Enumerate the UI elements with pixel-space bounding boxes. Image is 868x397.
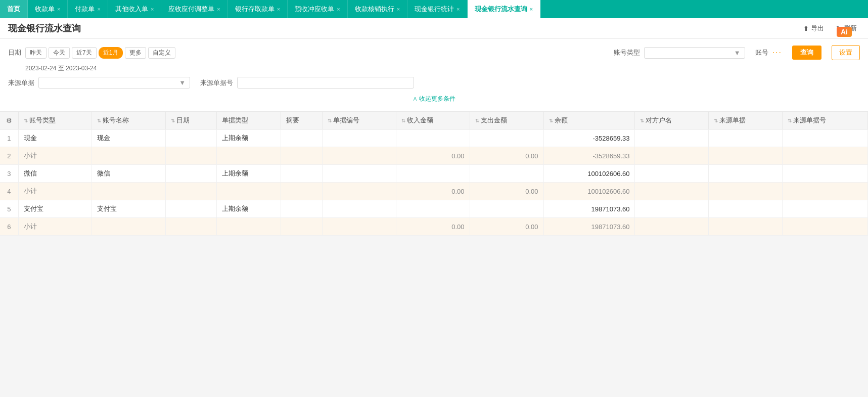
cell-account-type: 微信 <box>18 165 92 183</box>
page-title: 现金银行流水查询 <box>8 22 81 34</box>
cell-account-type: 现金 <box>18 129 92 147</box>
cell-counterpart <box>635 183 709 200</box>
source-doc-no-input[interactable] <box>237 77 414 89</box>
filter-area: 日期 昨天 今天 近7天 近1月 更多 自定义 账号类型 ▼ 账号 ··· 查询… <box>0 39 868 112</box>
cell-counterpart <box>635 165 709 183</box>
ai-badge[interactable]: Ai <box>837 27 852 37</box>
account-more-button[interactable]: ··· <box>772 48 782 57</box>
cell-doc-no <box>322 218 396 236</box>
cell-expense <box>470 165 543 183</box>
sort-icon: ⇅ <box>714 118 718 123</box>
table-row: 4小计0.000.00100102606.60 <box>0 183 868 200</box>
date-btn-custom[interactable]: 自定义 <box>148 47 175 59</box>
close-icon[interactable]: × <box>277 6 280 12</box>
cell-account-name: 支付宝 <box>92 200 166 218</box>
nav-item-flow-query[interactable]: 现金银行流水查询 × <box>468 0 540 18</box>
date-btn-today[interactable]: 今天 <box>49 47 70 59</box>
export-button[interactable]: ⬆ 导出 <box>800 23 827 34</box>
col-header-income[interactable]: ⇅收入金额 <box>396 112 470 129</box>
col-header-expense[interactable]: ⇅支出金额 <box>470 112 543 129</box>
close-icon[interactable]: × <box>337 6 340 12</box>
col-header-account-name[interactable]: ⇅账号名称 <box>92 112 166 129</box>
date-buttons: 昨天 今天 近7天 近1月 更多 自定义 <box>25 47 175 59</box>
settings-button[interactable]: 设置 <box>832 45 860 60</box>
close-icon[interactable]: × <box>397 6 400 12</box>
settings-column-header[interactable]: ⚙ <box>0 112 18 129</box>
nav-item-home[interactable]: 首页 <box>0 0 28 18</box>
cell-account-type: 小计 <box>18 147 92 165</box>
col-header-date[interactable]: ⇅日期 <box>166 112 217 129</box>
cell-source-doc-no <box>783 129 868 147</box>
cell-balance: 100102606.60 <box>543 183 635 200</box>
date-btn-more[interactable]: 更多 <box>125 47 146 59</box>
cell-doc-type <box>217 147 281 165</box>
col-header-source-doc-no[interactable]: ⇅来源单据号 <box>783 112 868 129</box>
source-doc-select[interactable]: ▼ <box>38 77 190 89</box>
cell-source-doc <box>709 147 783 165</box>
close-icon[interactable]: × <box>217 6 220 12</box>
sort-icon: ⇅ <box>549 118 553 123</box>
col-header-balance[interactable]: ⇅余额 <box>543 112 635 129</box>
nav-item-other-income[interactable]: 其他收入单 × <box>108 0 161 18</box>
cell-doc-no <box>322 147 396 165</box>
nav-item-verify[interactable]: 收款核销执行 × <box>348 0 407 18</box>
cell-source-doc <box>709 165 783 183</box>
cell-doc-type: 上期余额 <box>217 129 281 147</box>
cell-source-doc <box>709 129 783 147</box>
nav-item-bank[interactable]: 银行存取款单 × <box>228 0 288 18</box>
export-icon: ⬆ <box>803 25 809 32</box>
header-bar: 现金银行流水查询 ⬆ 导出 ↻ 刷新 Ai <box>0 18 868 39</box>
source-doc-filter-group: 来源单据 ▼ <box>8 77 190 89</box>
account-label: 账号 <box>755 48 768 57</box>
row-number: 1 <box>0 129 18 147</box>
cell-doc-no <box>322 129 396 147</box>
nav-item-payment[interactable]: 付款单 × <box>68 0 108 18</box>
col-header-counterpart[interactable]: ⇅对方户名 <box>635 112 709 129</box>
nav-item-prepay[interactable]: 预收冲应收单 × <box>288 0 347 18</box>
sort-icon: ⇅ <box>640 118 644 123</box>
cell-counterpart <box>635 129 709 147</box>
table-row: 1现金现金上期余额-3528659.33 <box>0 129 868 147</box>
nav-item-receipt[interactable]: 收款单 × <box>28 0 68 18</box>
row-number: 4 <box>0 183 18 200</box>
collapse-bar[interactable]: ∧ 收起更多条件 <box>8 93 860 105</box>
data-table: ⚙ ⇅账号类型 ⇅账号名称 ⇅日期 单据类型 摘要 ⇅单据编号 ⇅收入金额 <box>0 112 868 236</box>
source-doc-no-filter-group: 来源单据号 <box>200 77 414 89</box>
query-button[interactable]: 查询 <box>792 46 821 60</box>
date-btn-7days[interactable]: 近7天 <box>72 47 97 59</box>
sort-icon: ⇅ <box>788 118 792 123</box>
close-icon[interactable]: × <box>97 6 100 12</box>
close-icon[interactable]: × <box>57 6 60 12</box>
row-number: 3 <box>0 165 18 183</box>
cell-account-type: 支付宝 <box>18 200 92 218</box>
cell-doc-type <box>217 218 281 236</box>
col-header-doc-no[interactable]: ⇅单据编号 <box>322 112 396 129</box>
source-doc-label: 来源单据 <box>8 78 34 87</box>
nav-item-stats[interactable]: 现金银行统计 × <box>407 0 467 18</box>
close-icon[interactable]: × <box>151 6 154 12</box>
account-type-filter-group: 账号类型 ▼ <box>614 47 745 59</box>
account-type-select[interactable]: ▼ <box>644 47 745 59</box>
source-doc-no-label: 来源单据号 <box>200 78 233 87</box>
nav-item-adjustment[interactable]: 应收应付调整单 × <box>161 0 227 18</box>
sort-icon: ⇅ <box>171 118 175 123</box>
cell-income: 0.00 <box>396 147 470 165</box>
date-range-display: 2023-02-24 至 2023-03-24 <box>25 65 97 72</box>
table-row: 2小计0.000.00-3528659.33 <box>0 147 868 165</box>
close-icon[interactable]: × <box>530 6 533 12</box>
chevron-down-icon: ▼ <box>179 79 186 86</box>
cell-expense <box>470 129 543 147</box>
sort-icon: ⇅ <box>97 118 101 123</box>
cell-date <box>166 218 217 236</box>
sort-icon: ⇅ <box>24 118 28 123</box>
close-icon[interactable]: × <box>456 6 460 12</box>
col-header-account-type[interactable]: ⇅账号类型 <box>18 112 92 129</box>
cell-summary <box>281 218 323 236</box>
account-type-label: 账号类型 <box>614 48 640 57</box>
cell-income: 0.00 <box>396 183 470 200</box>
date-btn-1month[interactable]: 近1月 <box>99 47 123 59</box>
col-header-source-doc[interactable]: ⇅来源单据 <box>709 112 783 129</box>
date-btn-yesterday[interactable]: 昨天 <box>25 47 47 59</box>
table-row: 3微信微信上期余额100102606.60 <box>0 165 868 183</box>
cell-balance: 100102606.60 <box>543 165 635 183</box>
